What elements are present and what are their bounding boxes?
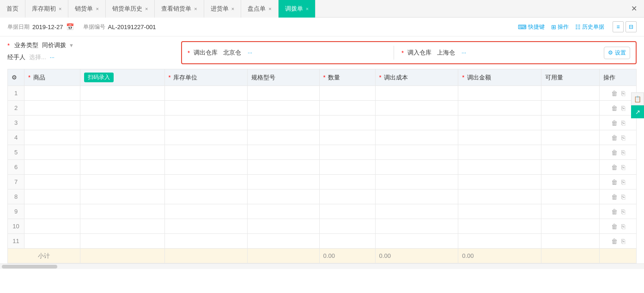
cell-product[interactable] bbox=[24, 145, 80, 160]
cell-product[interactable] bbox=[24, 116, 80, 130]
cell-unit[interactable] bbox=[164, 130, 248, 145]
delete-row-icon[interactable]: 🗑 bbox=[611, 223, 618, 230]
cell-unit[interactable] bbox=[164, 189, 248, 204]
history-button[interactable]: ☷ 历史单据 bbox=[575, 23, 604, 31]
cell-qty[interactable] bbox=[319, 145, 375, 160]
cell-spec[interactable] bbox=[248, 204, 320, 219]
settings-button[interactable]: ⚙ 设置 bbox=[604, 47, 630, 59]
tab-inventory-init-close[interactable]: × bbox=[59, 6, 61, 12]
cell-amount[interactable] bbox=[458, 86, 541, 101]
delete-row-icon[interactable]: 🗑 bbox=[611, 90, 618, 97]
close-all-tabs-button[interactable]: ✕ bbox=[627, 2, 640, 15]
cell-amount[interactable] bbox=[458, 145, 541, 160]
dropdown-arrow-icon[interactable]: ▼ bbox=[69, 43, 74, 48]
cell-unit[interactable] bbox=[164, 204, 248, 219]
cell-spec[interactable] bbox=[248, 86, 320, 101]
cell-amount[interactable] bbox=[458, 116, 541, 130]
scroll-area[interactable] bbox=[0, 263, 644, 269]
tab-view-sales[interactable]: 查看销货单 × bbox=[155, 0, 204, 18]
cell-amount[interactable] bbox=[458, 219, 541, 234]
delete-row-icon[interactable]: 🗑 bbox=[611, 193, 618, 201]
layout-list-button[interactable]: ≡ bbox=[613, 21, 624, 32]
cell-unit[interactable] bbox=[164, 101, 248, 116]
tab-inventory-init[interactable]: 库存期初 × bbox=[25, 0, 68, 18]
cell-cost[interactable] bbox=[375, 175, 458, 189]
delete-row-icon[interactable]: 🗑 bbox=[611, 104, 618, 112]
tab-sales-order[interactable]: 销货单 × bbox=[68, 0, 105, 18]
delete-row-icon[interactable]: 🗑 bbox=[611, 119, 618, 127]
business-type-select[interactable]: 同价调拨 ▼ bbox=[42, 41, 107, 49]
layout-grid-button[interactable]: ⊟ bbox=[626, 21, 637, 32]
copy-row-icon[interactable]: ⎘ bbox=[621, 104, 625, 112]
cell-cost[interactable] bbox=[375, 189, 458, 204]
tab-inventory-count-close[interactable]: × bbox=[268, 6, 271, 12]
copy-row-icon[interactable]: ⎘ bbox=[621, 149, 625, 156]
copy-row-icon[interactable]: ⎘ bbox=[621, 238, 625, 245]
cell-product[interactable] bbox=[24, 234, 80, 249]
cell-spec[interactable] bbox=[248, 160, 320, 175]
cell-qty[interactable] bbox=[319, 175, 375, 189]
cell-qty[interactable] bbox=[319, 101, 375, 116]
tab-sales-history-close[interactable]: × bbox=[145, 6, 148, 12]
warehouse-in-more-icon[interactable]: ··· bbox=[462, 49, 466, 56]
cell-qty[interactable] bbox=[319, 219, 375, 234]
shortcuts-button[interactable]: ⌨ 快捷键 bbox=[518, 23, 545, 31]
cell-amount[interactable] bbox=[458, 175, 541, 189]
cell-spec[interactable] bbox=[248, 219, 320, 234]
cell-product[interactable] bbox=[24, 160, 80, 175]
cell-cost[interactable] bbox=[375, 234, 458, 249]
delete-row-icon[interactable]: 🗑 bbox=[611, 178, 618, 186]
cell-product[interactable] bbox=[24, 175, 80, 189]
cell-qty[interactable] bbox=[319, 130, 375, 145]
delete-row-icon[interactable]: 🗑 bbox=[611, 238, 618, 245]
handler-more-icon[interactable]: ··· bbox=[50, 54, 55, 61]
cell-product[interactable] bbox=[24, 189, 80, 204]
copy-row-icon[interactable]: ⎘ bbox=[621, 119, 625, 127]
cell-cost[interactable] bbox=[375, 145, 458, 160]
cell-qty[interactable] bbox=[319, 160, 375, 175]
cell-product[interactable] bbox=[24, 101, 80, 116]
tab-sales-order-close[interactable]: × bbox=[96, 6, 98, 12]
warehouse-out-more-icon[interactable]: ··· bbox=[248, 49, 252, 56]
cell-cost[interactable] bbox=[375, 101, 458, 116]
cell-cost[interactable] bbox=[375, 130, 458, 145]
cell-cost[interactable] bbox=[375, 219, 458, 234]
cell-spec[interactable] bbox=[248, 116, 320, 130]
cell-unit[interactable] bbox=[164, 219, 248, 234]
tab-purchase-order[interactable]: 进货单 × bbox=[204, 0, 241, 18]
delete-row-icon[interactable]: 🗑 bbox=[611, 164, 618, 171]
tab-transfer-order[interactable]: 调拨单 × bbox=[279, 0, 316, 18]
cell-product[interactable] bbox=[24, 219, 80, 234]
cell-amount[interactable] bbox=[458, 189, 541, 204]
cell-amount[interactable] bbox=[458, 130, 541, 145]
side-expand-button[interactable]: ↗ bbox=[631, 105, 644, 118]
copy-row-icon[interactable]: ⎘ bbox=[621, 193, 625, 201]
cell-cost[interactable] bbox=[375, 160, 458, 175]
handler-placeholder[interactable]: 选择... bbox=[29, 53, 46, 61]
cell-unit[interactable] bbox=[164, 175, 248, 189]
tab-sales-history[interactable]: 销货单历史 × bbox=[106, 0, 155, 18]
copy-row-icon[interactable]: ⎘ bbox=[621, 223, 625, 230]
tab-inventory-count[interactable]: 盘点单 × bbox=[241, 0, 278, 18]
delete-row-icon[interactable]: 🗑 bbox=[611, 134, 618, 141]
calendar-icon[interactable]: 📅 bbox=[66, 23, 74, 31]
cell-spec[interactable] bbox=[248, 101, 320, 116]
cell-cost[interactable] bbox=[375, 204, 458, 219]
tab-transfer-order-close[interactable]: × bbox=[306, 6, 309, 12]
cell-spec[interactable] bbox=[248, 145, 320, 160]
cell-spec[interactable] bbox=[248, 130, 320, 145]
cell-unit[interactable] bbox=[164, 86, 248, 101]
cell-qty[interactable] bbox=[319, 116, 375, 130]
scroll-thumb[interactable] bbox=[2, 265, 57, 269]
delete-row-icon[interactable]: 🗑 bbox=[611, 149, 618, 156]
col-gear[interactable]: ⚙ bbox=[8, 69, 24, 86]
copy-row-icon[interactable]: ⎘ bbox=[621, 178, 625, 186]
tab-purchase-order-close[interactable]: × bbox=[231, 6, 234, 12]
cell-qty[interactable] bbox=[319, 204, 375, 219]
delete-row-icon[interactable]: 🗑 bbox=[611, 208, 618, 215]
cell-unit[interactable] bbox=[164, 160, 248, 175]
cell-product[interactable] bbox=[24, 204, 80, 219]
tab-home[interactable]: 首页 bbox=[0, 0, 25, 18]
cell-qty[interactable] bbox=[319, 86, 375, 101]
operations-button[interactable]: ⊞ 操作 bbox=[551, 23, 569, 31]
